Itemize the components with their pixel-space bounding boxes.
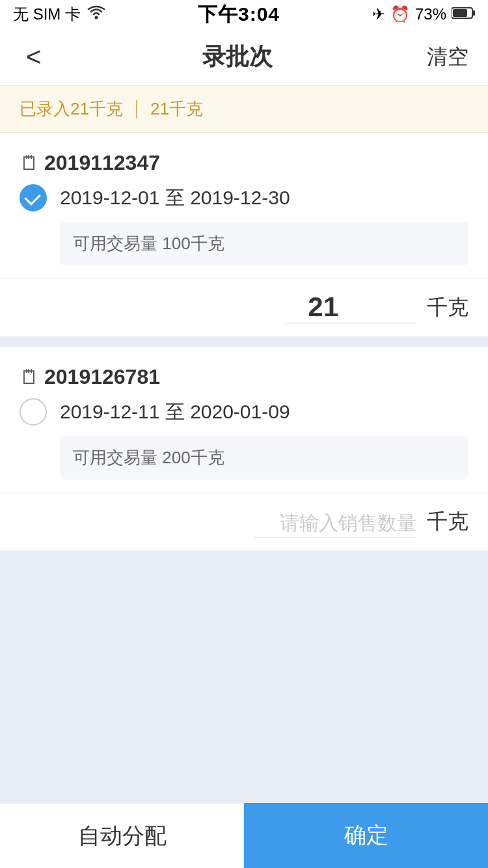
summary-recorded-text: 已录入21千克 [20,98,123,120]
batch1-date-row[interactable]: 2019-12-01 至 2019-12-30 [20,184,468,211]
status-time: 下午3:04 [198,1,280,28]
batch2-id: 2019126781 [44,365,160,389]
batch2-date-row[interactable]: 2019-12-11 至 2020-01-09 [20,398,468,426]
batch2-radio[interactable] [20,398,47,426]
nav-bar: < 录批次 清空 [0,29,488,86]
section-separator-1 [0,336,488,347]
wifi-icon [87,5,105,23]
alarm-icon: ⏰ [390,5,410,23]
status-left: 无 SIM 卡 [13,4,105,25]
status-right: ✈ ⏰ 73% [372,5,475,23]
batch-card-1: 🗒 2019112347 2019-12-01 至 2019-12-30 可用交… [0,133,488,278]
batch2-date: 2019-12-11 至 2020-01-09 [60,399,290,426]
status-bar: 无 SIM 卡 下午3:04 ✈ ⏰ 73% [0,0,488,29]
no-sim-text: 无 SIM 卡 [13,4,81,25]
battery-icon [452,5,475,23]
batch-card-2: 🗒 2019126781 2019-12-11 至 2020-01-09 可用交… [0,347,488,493]
batch2-input-underline[interactable]: 请输入销售数量 [254,506,416,537]
batch1-radio[interactable] [20,184,47,211]
batch1-qty-text: 可用交易量 100千克 [73,234,224,253]
batch1-amount-row: 21 千克 [0,278,488,336]
batch2-input-placeholder[interactable]: 请输入销售数量 [280,510,416,537]
batch1-id: 2019112347 [44,151,160,175]
back-button[interactable]: < [20,36,47,78]
batch1-unit: 千克 [427,293,468,322]
batch1-amount-value[interactable]: 21 [286,292,338,323]
auto-distribute-button[interactable]: 自动分配 [0,803,244,868]
clear-button[interactable]: 清空 [427,43,468,72]
svg-rect-3 [453,9,467,17]
batch2-id-row: 🗒 2019126781 [20,365,468,389]
svg-point-0 [95,16,98,20]
summary-amount-text: 21千克 [150,98,203,120]
batch2-input-row: 请输入销售数量 千克 [0,493,488,550]
batch1-date: 2019-12-01 至 2019-12-30 [60,185,290,211]
summary-divider [136,100,137,118]
battery-percent: 73% [415,5,446,23]
batch1-qty-row: 可用交易量 100千克 [60,222,468,265]
location-icon: ✈ [372,5,385,23]
confirm-button[interactable]: 确定 [244,803,488,868]
summary-bar: 已录入21千克 21千克 [0,86,488,133]
svg-rect-2 [473,10,475,16]
batch2-qty-text: 可用交易量 200千克 [73,448,224,467]
page-title: 录批次 [202,41,273,73]
batch1-amount-underline: 21 [286,292,416,323]
batch2-unit: 千克 [427,508,468,536]
batch2-qty-row: 可用交易量 200千克 [60,436,468,480]
bottom-bar: 自动分配 确定 [0,803,488,868]
batch2-icon: 🗒 [20,366,39,388]
batch1-id-row: 🗒 2019112347 [20,151,468,175]
gray-area [0,550,488,811]
batch1-icon: 🗒 [20,152,39,174]
